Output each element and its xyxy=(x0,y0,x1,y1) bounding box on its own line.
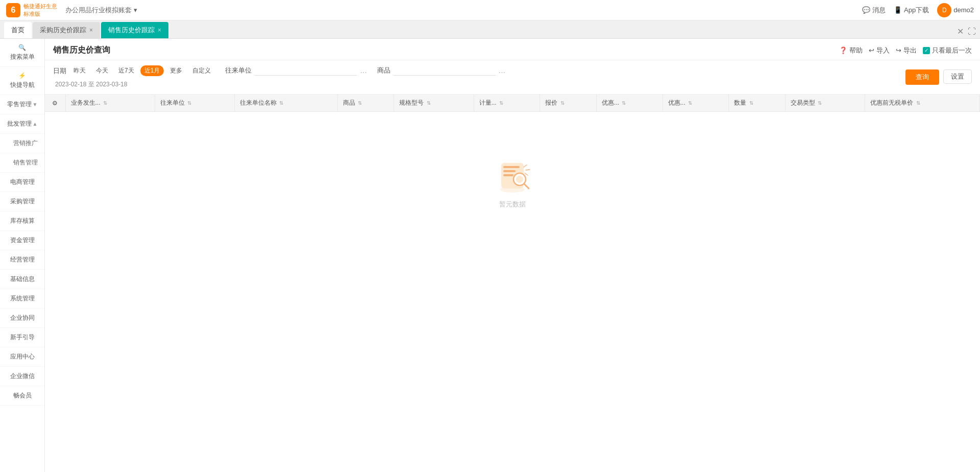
date-pill-1month[interactable]: 近1月 xyxy=(140,65,164,76)
sidebar-item-quick-nav[interactable]: ⚡ 快捷导航 xyxy=(0,67,44,95)
col-spec[interactable]: 规格型号 ⇅ xyxy=(394,95,474,112)
main-layout: 🔍 搜索菜单 ⚡ 快捷导航 零售管理 ▼ 批发管理 ▲ 营销推广 销售管理 电商… xyxy=(0,39,980,472)
sidebar-item-vip[interactable]: 畅会员 xyxy=(0,386,44,406)
date-pill-today[interactable]: 今天 xyxy=(92,65,112,76)
svg-point-6 xyxy=(516,176,523,183)
col-trade-type[interactable]: 交易类型 ⇅ xyxy=(786,95,865,112)
avatar: D xyxy=(937,3,951,17)
settings-button[interactable]: 设置 xyxy=(943,69,972,84)
nav-icon: ⚡ xyxy=(18,72,26,79)
app-download-button[interactable]: 📱 App下载 xyxy=(894,6,929,15)
date-pill-yesterday[interactable]: 昨天 xyxy=(69,65,90,76)
sort-icon: ⇅ xyxy=(427,100,431,106)
tab-purchase-history[interactable]: 采购历史价跟踪 × xyxy=(33,22,100,38)
import-button[interactable]: ↩ 导入 xyxy=(869,46,890,55)
sidebar-item-ops-mgmt[interactable]: 经营管理 xyxy=(0,250,44,270)
sidebar-item-ecommerce-mgmt[interactable]: 电商管理 xyxy=(0,173,44,192)
partner-picker-button[interactable]: ... xyxy=(360,66,366,75)
sort-icon: ⇅ xyxy=(688,100,692,106)
page-header: 销售历史价查询 ❓ 帮助 ↩ 导入 ↪ 导出 ✓ 只看最后一次 xyxy=(45,39,980,60)
date-label: 日期 xyxy=(53,66,66,76)
tab-home[interactable]: 首页 xyxy=(4,22,32,38)
sidebar-item-wholesale-mgmt[interactable]: 批发管理 ▲ xyxy=(0,114,44,134)
svg-line-7 xyxy=(524,184,529,188)
sidebar-item-finance-mgmt[interactable]: 资金管理 xyxy=(0,231,44,250)
logo-icon: 6 xyxy=(6,3,20,17)
sidebar-item-enterprise-wechat[interactable]: 企业微信 xyxy=(0,367,44,386)
col-product[interactable]: 商品 ⇅ xyxy=(337,95,394,112)
tab-sales-history[interactable]: 销售历史价跟踪 × xyxy=(101,22,168,38)
col-price[interactable]: 报价 ⇅ xyxy=(540,95,597,112)
page-title: 销售历史价查询 xyxy=(53,45,110,56)
data-table: ⚙ 业务发生... ⇅ 往来单位 ⇅ 往来单位名称 ⇅ xyxy=(45,95,980,250)
sidebar-item-system-mgmt[interactable]: 系统管理 xyxy=(0,289,44,309)
sort-icon: ⇅ xyxy=(916,100,920,106)
download-icon: 📱 xyxy=(894,6,902,14)
col-qty[interactable]: 数量 ⇅ xyxy=(729,95,786,112)
query-button[interactable]: 查询 xyxy=(905,69,939,85)
col-partner-name[interactable]: 往来单位名称 ⇅ xyxy=(234,95,337,112)
sidebar-item-sales-mgmt[interactable]: 销售管理 xyxy=(0,153,44,173)
sort-icon: ⇅ xyxy=(818,100,822,106)
help-button[interactable]: ❓ 帮助 xyxy=(839,46,863,55)
page-actions: ❓ 帮助 ↩ 导入 ↪ 导出 ✓ 只看最后一次 xyxy=(839,46,972,55)
checkbox-icon: ✓ xyxy=(923,47,930,54)
chevron-down-icon: ▼ xyxy=(33,102,38,107)
partner-input[interactable] xyxy=(255,65,357,76)
sidebar-item-purchase-mgmt[interactable]: 采购管理 xyxy=(0,192,44,211)
svg-rect-4 xyxy=(503,174,513,176)
svg-line-8 xyxy=(524,165,527,167)
product-filter-group: 商品 ... xyxy=(377,65,505,76)
date-range-display: 2023-02-18 至 2023-03-18 xyxy=(55,80,127,89)
empty-state: 暂元数据 xyxy=(45,112,980,250)
logo-area: 6 畅捷通好生意 标准版 xyxy=(6,3,57,17)
svg-rect-3 xyxy=(503,170,516,172)
date-pills: 昨天 今天 近7天 近1月 更多 自定义 xyxy=(69,65,215,76)
sidebar-item-app-center[interactable]: 应用中心 xyxy=(0,347,44,367)
sidebar-item-basic-info[interactable]: 基础信息 xyxy=(0,270,44,289)
sidebar-item-marketing[interactable]: 营销推广 xyxy=(0,134,44,153)
app-selector[interactable]: 办公用品行业模拟账套 ▾ xyxy=(61,4,141,17)
close-all-tabs-button[interactable]: ✕ xyxy=(957,27,964,36)
close-tab-purchase[interactable]: × xyxy=(89,27,93,34)
col-partner-code[interactable]: 往来单位 ⇅ xyxy=(155,95,234,112)
logo-text: 畅捷通好生意 标准版 xyxy=(23,3,57,17)
help-icon: ❓ xyxy=(839,46,847,54)
sidebar-item-enterprise-collab[interactable]: 企业协同 xyxy=(0,309,44,328)
export-button[interactable]: ↪ 导出 xyxy=(896,46,917,55)
sort-icon: ⇅ xyxy=(358,100,362,106)
col-biz-date[interactable]: 业务发生... ⇅ xyxy=(65,95,155,112)
sidebar-item-retail-mgmt[interactable]: 零售管理 ▼ xyxy=(0,95,44,114)
message-button[interactable]: 💬 消息 xyxy=(862,6,886,15)
user-menu[interactable]: D demo2 xyxy=(937,3,974,17)
date-filter-row: 日期 昨天 今天 近7天 近1月 更多 自定义 xyxy=(53,65,215,76)
tab-bar: 首页 采购历史价跟踪 × 销售历史价跟踪 × ✕ ⛶ xyxy=(0,20,980,39)
empty-text: 暂元数据 xyxy=(499,200,526,209)
col-unit[interactable]: 计量... ⇅ xyxy=(474,95,540,112)
col-discount-amt[interactable]: 优惠... ⇅ xyxy=(663,95,729,112)
svg-rect-2 xyxy=(503,166,520,168)
sort-icon: ⇅ xyxy=(622,100,626,106)
only-last-checkbox[interactable]: ✓ 只看最后一次 xyxy=(923,46,972,55)
date-pill-custom[interactable]: 自定义 xyxy=(188,65,215,76)
col-settings[interactable]: ⚙ xyxy=(45,95,65,112)
import-icon: ↩ xyxy=(869,46,874,54)
sort-icon: ⇅ xyxy=(187,100,191,106)
maximize-button[interactable]: ⛶ xyxy=(968,27,976,36)
sidebar-item-new-guide[interactable]: 新手引导 xyxy=(0,328,44,347)
col-pre-tax-price[interactable]: 优惠前无税单价 ⇅ xyxy=(865,95,980,112)
close-tab-sales[interactable]: × xyxy=(158,27,161,34)
content-area: 销售历史价查询 ❓ 帮助 ↩ 导入 ↪ 导出 ✓ 只看最后一次 xyxy=(45,39,980,472)
message-icon: 💬 xyxy=(862,6,870,14)
date-pill-7days[interactable]: 近7天 xyxy=(114,65,138,76)
col-discount-rate[interactable]: 优惠... ⇅ xyxy=(597,95,663,112)
date-pill-more[interactable]: 更多 xyxy=(166,65,186,76)
product-input[interactable] xyxy=(394,65,496,76)
chevron-down-icon: ▾ xyxy=(134,6,137,14)
product-picker-button[interactable]: ... xyxy=(499,66,505,75)
sort-icon: ⇅ xyxy=(279,100,283,106)
sidebar-item-search-menu[interactable]: 🔍 搜索菜单 xyxy=(0,39,44,67)
settings-icon: ⚙ xyxy=(52,100,58,107)
search-icon: 🔍 xyxy=(18,44,26,51)
sidebar-item-inventory[interactable]: 库存核算 xyxy=(0,211,44,231)
